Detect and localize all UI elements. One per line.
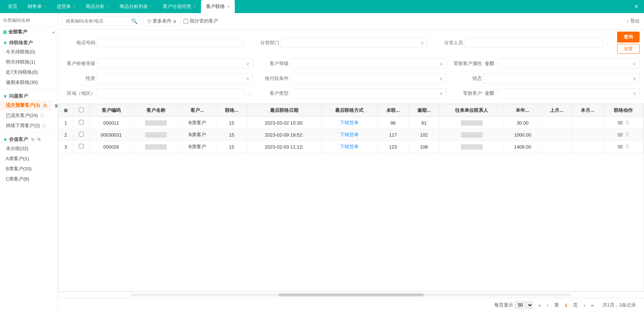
cell-last-contact-method[interactable]: 下销货单 xyxy=(321,117,377,129)
row-checkbox[interactable] xyxy=(79,120,84,125)
col-code[interactable]: 客户编码 xyxy=(89,104,133,117)
zero-sale-attr-select[interactable]: ∨ xyxy=(497,58,640,69)
col-last-contact-date[interactable]: 最后联络日期 xyxy=(247,104,321,117)
manager-select[interactable] xyxy=(464,38,603,48)
edit-icon[interactable]: ✎ xyxy=(37,137,41,142)
group-pending-contact[interactable]: ▼ 待联络客户 xyxy=(0,37,58,47)
sidebar-item-ungrouped[interactable]: 未分组(32) xyxy=(0,143,58,154)
sidebar-item-class-b[interactable]: B类客户(33) xyxy=(0,164,58,174)
tab-close-analysis[interactable]: × xyxy=(107,4,109,9)
sidebar-search-input[interactable] xyxy=(3,18,57,23)
cell-checkbox[interactable] xyxy=(73,141,89,153)
search-box[interactable]: 🔍 xyxy=(63,16,141,26)
horizontal-scrollbar[interactable] xyxy=(131,293,571,296)
phone-input[interactable] xyxy=(97,39,243,47)
manager-dots[interactable]: ... xyxy=(604,40,611,45)
group-value-customers[interactable]: ▼ 价值客户 ↻ ✎ xyxy=(0,134,58,143)
sidebar-item-tomorrow-contact[interactable]: 明天待联络(1) xyxy=(0,57,58,67)
prev-page-btn[interactable]: ‹ xyxy=(544,302,550,309)
tab-close-customer-link[interactable]: × xyxy=(227,4,230,9)
col-settings[interactable]: ⚙ xyxy=(59,104,73,117)
settings-button[interactable]: 设置 xyxy=(617,44,640,54)
tab-home[interactable]: 首页 xyxy=(3,0,23,13)
sidebar-item-churn-warning[interactable]: 流失预警客户(3) ⚠ 90天未交易的客户，可能有流失风险。 xyxy=(0,100,58,110)
sidebar-item-7days-contact[interactable]: 近7天待联络(0) xyxy=(0,67,58,77)
group-problem-customers[interactable]: ▼ 问题客户 xyxy=(0,91,58,100)
sidebar-item-class-c[interactable]: C类客户(6) xyxy=(0,174,58,184)
tab-customer-link[interactable]: 客户联络 × xyxy=(201,0,235,13)
zero-sale-label: 零散客户 xyxy=(449,90,482,97)
advanced-filter-panel: 电话号码 分管部门 ∨ 分管人员 ... 查询 xyxy=(58,29,644,104)
customer-type-select[interactable]: ∨ xyxy=(290,88,446,98)
per-page-select[interactable]: 50 100 200 xyxy=(515,301,533,309)
cell-last-contact-method[interactable]: 下销货单 xyxy=(321,129,377,141)
cell-last-contact-method[interactable]: 下销货单 xyxy=(321,141,377,153)
col-last-contact-method[interactable]: 最后联络方式 xyxy=(321,104,377,117)
tab-close-customer-tier[interactable]: × xyxy=(193,4,196,9)
gender-select[interactable]: ∨ xyxy=(97,73,253,84)
action-contact-icon[interactable]: ☎ xyxy=(617,120,623,126)
action-more-icon[interactable]: ⠿ xyxy=(625,132,629,138)
sidebar-search-box[interactable]: 🔍 xyxy=(0,16,58,27)
tab-sales[interactable]: 销售单 × xyxy=(23,0,52,13)
row-checkbox[interactable] xyxy=(79,144,84,149)
col-action[interactable]: 联络动作 xyxy=(603,104,643,117)
more-conditions-btn[interactable]: ▽ 更多条件 ∨ xyxy=(144,16,181,26)
sidebar-item-class-a[interactable]: A类客户(1) xyxy=(0,154,58,164)
zero-sale-select[interactable]: ∨ xyxy=(497,88,640,98)
tab-close-analysis-list[interactable]: × xyxy=(150,4,153,9)
col-unit-contact[interactable]: 往来单位联系人 xyxy=(439,104,504,117)
search-icon-filter[interactable]: 🔍 xyxy=(131,18,137,24)
action-more-icon[interactable]: ⠿ xyxy=(625,120,629,126)
sidebar-item-today-contact[interactable]: 今天待联络(0) xyxy=(0,47,58,57)
action-contact-icon[interactable]: ☎ xyxy=(617,144,623,150)
select-all-checkbox[interactable] xyxy=(79,108,84,112)
last-page-btn[interactable]: » xyxy=(589,302,596,309)
dept-label: 分管部门 xyxy=(246,40,279,46)
collapse-icon[interactable]: « xyxy=(52,29,55,35)
first-page-btn[interactable]: « xyxy=(536,302,543,309)
area-dots[interactable]: ... xyxy=(246,91,253,96)
my-customers-checkbox-label[interactable]: 我分管的客户 xyxy=(184,18,218,24)
cell-this-month xyxy=(572,129,603,141)
query-button[interactable]: 查询 xyxy=(617,32,640,42)
payment-select[interactable]: ∨ xyxy=(290,73,446,84)
cell-checkbox[interactable] xyxy=(73,129,89,141)
sidebar-item-overdue-contact[interactable]: 逾期未联络(30) xyxy=(0,77,58,88)
action-contact-icon[interactable]: ☎ xyxy=(617,132,623,138)
all-customers-header[interactable]: ⊞ 全部客户 « xyxy=(0,27,58,37)
area-select[interactable] xyxy=(97,88,245,98)
window-close-button[interactable]: × xyxy=(631,3,641,11)
tab-customer-tier[interactable]: 客户分层经营 × xyxy=(158,0,201,13)
col-customer-type[interactable]: 客户... xyxy=(178,104,216,117)
price-level-select[interactable]: ∨ xyxy=(97,58,253,69)
col-checkbox[interactable] xyxy=(73,104,89,117)
row-checkbox[interactable] xyxy=(79,132,84,137)
dept-select[interactable]: ∨ xyxy=(281,38,427,48)
filter-bar: 🔍 ▽ 更多条件 ∨ 我分管的客户 ↑ 导出 xyxy=(58,13,644,29)
cell-checkbox[interactable] xyxy=(73,117,89,129)
col-last-month[interactable]: 上月... xyxy=(541,104,572,117)
tab-analysis-list[interactable]: 商品分析列表 × xyxy=(114,0,158,13)
customer-level-select[interactable]: ∨ xyxy=(290,58,446,69)
sidebar-item-churned[interactable]: 已流失客户(24) ⓘ xyxy=(0,110,58,121)
export-button[interactable]: ↑ 导出 xyxy=(627,18,640,24)
tab-close-purchase[interactable]: × xyxy=(73,4,76,9)
refresh-icon[interactable]: ↻ xyxy=(31,137,35,142)
sidebar-item-declining[interactable]: 持续下滑客户(2) ⓘ xyxy=(0,121,58,131)
my-customers-checkbox[interactable] xyxy=(184,19,188,24)
filter-search-input[interactable] xyxy=(66,19,131,24)
status-select[interactable]: ∨ xyxy=(483,73,640,84)
tab-analysis[interactable]: 商品分析 × xyxy=(81,0,114,13)
col-overdue[interactable]: 逾期... xyxy=(408,104,439,117)
col-name[interactable]: 客户名称 xyxy=(133,104,178,117)
next-page-btn[interactable]: › xyxy=(581,302,587,309)
col-this-year[interactable]: 本年... xyxy=(504,104,541,117)
search-icon[interactable]: 🔍 xyxy=(57,17,58,23)
tab-purchase[interactable]: 进货单 × xyxy=(52,0,81,13)
col-contact[interactable]: 联络... xyxy=(216,104,247,117)
action-more-icon[interactable]: ⠿ xyxy=(625,144,629,150)
tab-close-sales[interactable]: × xyxy=(44,4,47,9)
col-uncontact[interactable]: 未联... xyxy=(378,104,408,117)
col-this-month[interactable]: 本月... xyxy=(572,104,603,117)
